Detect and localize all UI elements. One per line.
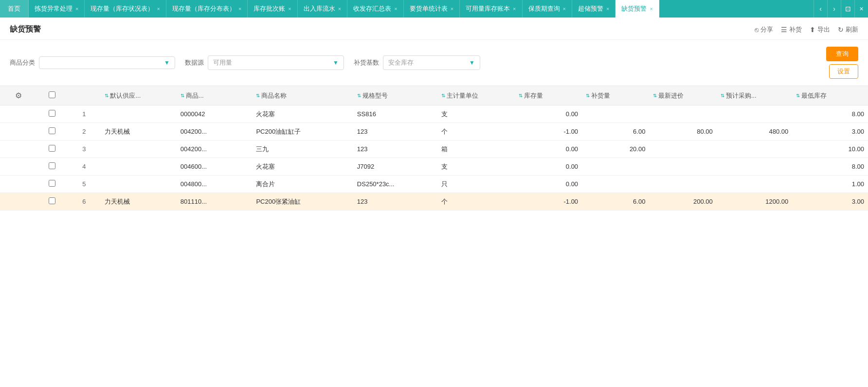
col-header-latest-price[interactable]: ⇅ 最新进价 <box>649 86 716 106</box>
tab-prev-button[interactable]: ‹ <box>814 0 827 18</box>
row-gear-cell <box>0 176 37 193</box>
export-button[interactable]: ⬆ 导出 <box>810 25 830 34</box>
row-code-cell: 004600... <box>177 158 253 176</box>
col-header-code[interactable]: ⇅ 商品... <box>177 86 253 106</box>
sort-unit-icon: ⇅ <box>441 93 445 98</box>
row-latest-price-cell: 200.00 <box>649 193 716 211</box>
tab-close-receipt-summary[interactable]: × <box>394 6 397 12</box>
row-num-cell: 2 <box>67 123 101 141</box>
share-button[interactable]: ⎋ 分享 <box>755 25 773 34</box>
tab-close-inout-flow[interactable]: × <box>338 6 341 12</box>
tab-close-exception[interactable]: × <box>75 6 78 12</box>
select-all-checkbox[interactable] <box>49 91 55 98</box>
row-name-cell: 火花塞 <box>252 158 353 176</box>
tab-inventory-status[interactable]: 现存量（库存状况表） × <box>85 0 166 18</box>
datasource-select[interactable]: 可用量 ▼ <box>208 55 344 70</box>
row-checkbox-3[interactable] <box>49 162 55 169</box>
datasource-arrow-icon: ▼ <box>333 59 339 66</box>
row-stock-cell: -1.00 <box>515 193 582 211</box>
replenish-base-arrow-icon: ▼ <box>469 59 475 66</box>
tab-available-ledger[interactable]: 可用量库存账本 × <box>460 0 522 18</box>
row-est-purchase-cell: 1200.00 <box>717 193 793 211</box>
category-filter-group: 商品分类 ▼ <box>10 56 175 69</box>
row-num-cell: 6 <box>67 193 101 211</box>
row-est-purchase-cell <box>717 176 793 193</box>
gear-settings-icon[interactable]: ⚙ <box>15 91 22 100</box>
col-header-supplier[interactable]: ⇅ 默认供应... <box>101 86 176 106</box>
tab-batch-account[interactable]: 库存批次账 × <box>248 0 297 18</box>
sort-latest-price-icon: ⇅ <box>653 93 657 98</box>
col-header-stock[interactable]: ⇅ 库存量 <box>515 86 582 106</box>
tab-close-batch-account[interactable]: × <box>288 6 291 12</box>
row-code-cell: 004200... <box>177 123 253 141</box>
tab-close-shortage[interactable]: × <box>650 6 652 12</box>
tab-expiry-query[interactable]: 保质期查询 × <box>523 0 572 18</box>
tab-close-available-ledger[interactable]: × <box>513 6 516 12</box>
row-supplier-cell <box>101 158 176 176</box>
datasource-label: 数据源 <box>185 58 204 67</box>
filter-bar: 商品分类 ▼ 数据源 可用量 ▼ 补货基数 安全库存 ▼ 查询 设置 <box>0 40 868 86</box>
shortage-table: ⚙ ⇅ 默认供应... ⇅ 商 <box>0 86 868 211</box>
filter-action-buttons: 查询 设置 <box>826 47 858 79</box>
row-min-stock-cell: 3.00 <box>792 193 868 211</box>
tab-close-inventory-dist[interactable]: × <box>238 6 241 12</box>
close-all-button[interactable]: × <box>854 0 868 18</box>
tab-close-inventory-status[interactable]: × <box>157 6 160 12</box>
tab-overstock[interactable]: 超储预警 × <box>572 0 615 18</box>
row-checkbox-2[interactable] <box>49 145 55 152</box>
col-header-unit[interactable]: ⇅ 主计量单位 <box>437 86 515 106</box>
tab-home[interactable]: 首页 <box>0 0 29 18</box>
tab-demand-stats[interactable]: 要货单统计表 × <box>404 0 460 18</box>
replenish-button[interactable]: ☰ 补货 <box>781 25 802 34</box>
col-header-spec[interactable]: ⇅ 规格型号 <box>353 86 437 106</box>
row-est-purchase-cell <box>717 158 793 176</box>
col-header-replenish[interactable]: ⇅ 补货量 <box>582 86 649 106</box>
row-code-cell: 801110... <box>177 193 253 211</box>
sort-spec-icon: ⇅ <box>357 93 361 98</box>
row-checkbox-0[interactable] <box>49 110 55 117</box>
sort-replenish-icon: ⇅ <box>586 93 590 98</box>
settings-button[interactable]: 设置 <box>829 64 858 79</box>
tab-close-expiry-query[interactable]: × <box>563 6 566 12</box>
category-select[interactable]: ▼ <box>39 56 175 69</box>
row-code-cell: 0000042 <box>177 106 253 123</box>
row-unit-cell: 个 <box>437 123 515 141</box>
row-replenish-cell: 6.00 <box>582 193 649 211</box>
row-check-cell <box>37 141 67 158</box>
row-num-cell: 5 <box>67 176 101 193</box>
col-header-min-stock[interactable]: ⇅ 最低库存 <box>792 86 868 106</box>
row-name-cell: PC200张紧油缸 <box>252 193 353 211</box>
tab-shortage[interactable]: 缺货预警 × <box>615 0 659 18</box>
row-unit-cell: 支 <box>437 158 515 176</box>
refresh-button[interactable]: ↻ 刷新 <box>838 25 858 34</box>
table-row: 1 0000042 火花塞 SS816 支 0.00 8.00 <box>0 106 868 123</box>
row-latest-price-cell: 80.00 <box>649 123 716 141</box>
col-header-name[interactable]: ⇅ 商品名称 <box>252 86 353 106</box>
row-unit-cell: 个 <box>437 193 515 211</box>
tab-close-demand-stats[interactable]: × <box>451 6 453 12</box>
tab-exception[interactable]: 拣货异常处理 × <box>29 0 85 18</box>
row-supplier-cell <box>101 176 176 193</box>
tab-close-overstock[interactable]: × <box>606 6 609 12</box>
row-replenish-cell: 20.00 <box>582 141 649 158</box>
row-replenish-cell: 6.00 <box>582 123 649 141</box>
tab-next-button[interactable]: › <box>827 0 841 18</box>
share-icon: ⎋ <box>755 26 759 34</box>
window-button[interactable]: ⊡ <box>841 0 854 18</box>
tab-inout-flow[interactable]: 出入库流水 × <box>298 0 347 18</box>
table-body: 1 0000042 火花塞 SS816 支 0.00 8.00 2 力天机械 0… <box>0 106 868 211</box>
tab-inventory-dist[interactable]: 现存量（库存分布表） × <box>166 0 248 18</box>
col-header-est-purchase[interactable]: ⇅ 预计采购... <box>717 86 793 106</box>
row-latest-price-cell <box>649 106 716 123</box>
row-supplier-cell: 力天机械 <box>101 193 176 211</box>
row-checkbox-1[interactable] <box>49 127 55 134</box>
row-name-cell: 火花塞 <box>252 106 353 123</box>
row-unit-cell: 箱 <box>437 141 515 158</box>
query-button[interactable]: 查询 <box>826 47 858 61</box>
row-checkbox-5[interactable] <box>49 197 55 204</box>
row-check-cell <box>37 106 67 123</box>
row-spec-cell: 123 <box>353 193 437 211</box>
tab-receipt-summary[interactable]: 收发存汇总表 × <box>347 0 403 18</box>
replenish-base-select[interactable]: 安全库存 ▼ <box>383 55 480 70</box>
row-checkbox-4[interactable] <box>49 180 55 187</box>
